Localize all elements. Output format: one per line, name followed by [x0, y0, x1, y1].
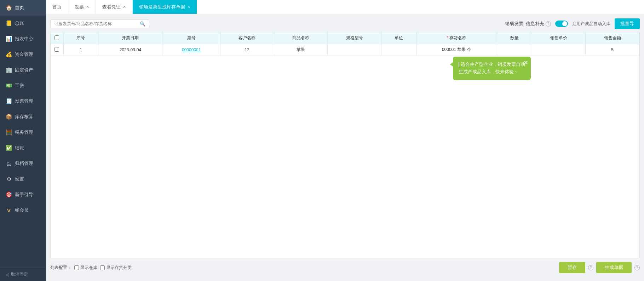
tooltip-cursor	[459, 62, 459, 67]
header-customer: 客户名称	[220, 32, 274, 44]
sidebar-item-inventory[interactable]: 📦 库存核算	[0, 109, 46, 125]
settings-icon: ⚙	[6, 176, 12, 182]
toggle-label: 启用产成品自动入库	[572, 21, 610, 27]
row-unit	[381, 44, 416, 56]
row-price	[532, 44, 586, 56]
info-icon[interactable]: ?	[546, 21, 551, 27]
assets-icon: 🏢	[6, 67, 12, 73]
sidebar-item-closing[interactable]: ✅ 结账	[0, 140, 46, 156]
sidebar: 🏠 首页 📒 总账 📊 报表中心 💰 资金管理 🏢 固定资产 💵 工资 🧾 发票…	[0, 0, 46, 281]
sidebar-item-ledger[interactable]: 📒 总账	[0, 16, 46, 31]
header-spec: 规格型号	[328, 32, 381, 44]
vip-icon: V	[6, 207, 12, 213]
header-checkbox[interactable]	[54, 35, 59, 40]
list-config-label: 列表配置：	[50, 265, 71, 271]
sidebar-item-tax[interactable]: 🧮 税务管理	[0, 125, 46, 140]
header-product: 商品名称	[274, 32, 328, 44]
row-ticket-no[interactable]: 00000001	[162, 44, 220, 56]
search-icon: 🔍	[140, 21, 145, 27]
data-table: 序号 开票日期 票号 客户名称 商品名称 规格型号 单位 * 存货名称 数量 销…	[51, 32, 639, 56]
show-category-label[interactable]: 显示存货分类	[100, 265, 132, 271]
ledger-icon: 📒	[6, 20, 12, 27]
show-category-checkbox[interactable]	[100, 265, 105, 270]
header-checkbox-cell	[51, 32, 63, 44]
table-header: 序号 开票日期 票号 客户名称 商品名称 规格型号 单位 * 存货名称 数量 销…	[51, 32, 639, 44]
sidebar-item-home[interactable]: 🏠 首页	[0, 0, 46, 16]
show-warehouse-label[interactable]: 显示仓库	[74, 265, 97, 271]
row-amount: 5	[586, 44, 639, 56]
list-config: 列表配置： 显示仓库 显示存货分类	[50, 265, 132, 271]
header-index: 序号	[63, 32, 98, 44]
header-ticket-no: 票号	[162, 32, 220, 44]
row-quantity	[497, 44, 532, 56]
table-body: 1 2023-03-04 00000001 12 苹果 000001 苹果 个 …	[51, 44, 639, 56]
tooltip-close-icon[interactable]: ✕	[524, 59, 528, 67]
closing-icon: ✅	[6, 145, 12, 151]
pin-icon: ◁	[6, 272, 9, 277]
reports-icon: 📊	[6, 36, 12, 42]
top-right: 销项发票_信息补充 ? 启用产成品自动入库 批量导	[505, 18, 640, 29]
batch-button[interactable]: 批量导	[615, 18, 640, 29]
tooltip-box: ✕ 适合生产型企业，销项发票自动生成产成品入库，快来体验～	[453, 57, 531, 80]
bottom-actions: 暂存 ? 生成单据 ?	[559, 262, 640, 273]
inventory-icon: 📦	[6, 114, 12, 120]
sidebar-bottom-unpin[interactable]: ◁ 取消固定	[0, 268, 46, 281]
guide-icon: 🎯	[6, 191, 12, 198]
header-unit: 单位	[381, 32, 416, 44]
row-index: 1	[63, 44, 98, 56]
payroll-icon: 💵	[6, 82, 12, 89]
sidebar-item-settings[interactable]: ⚙ 设置	[0, 171, 46, 187]
table-container: 序号 开票日期 票号 客户名称 商品名称 规格型号 单位 * 存货名称 数量 销…	[50, 32, 640, 258]
sidebar-item-payroll[interactable]: 💵 工资	[0, 78, 46, 93]
funds-icon: 💰	[6, 51, 12, 58]
sidebar-item-funds[interactable]: 💰 资金管理	[0, 47, 46, 62]
tab-sales-invoice-close-icon[interactable]: ✕	[187, 5, 190, 9]
archive-icon: 🗂	[6, 161, 12, 167]
top-bar: 🔍 销项发票_信息补充 ? 启用产成品自动入库 批量导	[50, 18, 640, 29]
search-input[interactable]	[54, 21, 138, 26]
generate-button[interactable]: 生成单据	[596, 262, 632, 273]
tab-bar: 首页 发票 ✕ 查看凭证 ✕ 销项发票生成库存单据 ✕	[46, 0, 644, 14]
main-area: 首页 发票 ✕ 查看凭证 ✕ 销项发票生成库存单据 ✕ 🔍 销项发票_信息补充	[46, 0, 644, 281]
generate-info-icon[interactable]: ?	[634, 265, 640, 270]
info-label: 销项发票_信息补充 ?	[505, 21, 551, 27]
save-info-icon[interactable]: ?	[588, 265, 593, 270]
sidebar-item-vip[interactable]: V 畅会员	[0, 202, 46, 218]
header-inventory: * 存货名称	[416, 32, 497, 44]
sidebar-item-archive[interactable]: 🗂 归档管理	[0, 156, 46, 171]
tab-voucher[interactable]: 查看凭证 ✕	[96, 0, 133, 14]
tab-sales-invoice[interactable]: 销项发票生成库存单据 ✕	[133, 0, 197, 14]
invoice-icon: 🧾	[6, 98, 12, 104]
home-icon: 🏠	[6, 5, 12, 11]
search-box[interactable]: 🔍	[50, 19, 149, 28]
sidebar-item-assets[interactable]: 🏢 固定资产	[0, 62, 46, 78]
sidebar-item-reports[interactable]: 📊 报表中心	[0, 31, 46, 47]
page-content: 🔍 销项发票_信息补充 ? 启用产成品自动入库 批量导	[46, 14, 644, 281]
sidebar-item-guide[interactable]: 🎯 新手引导	[0, 187, 46, 202]
tab-invoice-close-icon[interactable]: ✕	[86, 5, 89, 9]
bottom-bar: 列表配置： 显示仓库 显示存货分类 暂存 ? 生成单据 ?	[50, 258, 640, 277]
tab-invoice[interactable]: 发票 ✕	[68, 0, 96, 14]
save-button[interactable]: 暂存	[559, 262, 585, 273]
header-amount: 销售金额	[586, 32, 639, 44]
show-warehouse-checkbox[interactable]	[74, 265, 79, 270]
row-product: 苹果	[274, 44, 328, 56]
header-price: 销售单价	[532, 32, 586, 44]
sidebar-item-invoice[interactable]: 🧾 发票管理	[0, 93, 46, 109]
row-spec	[328, 44, 381, 56]
tab-home[interactable]: 首页	[46, 0, 68, 14]
row-checkbox[interactable]	[54, 47, 59, 52]
header-date: 开票日期	[98, 32, 162, 44]
row-inventory: 000001 苹果 个	[416, 44, 497, 56]
table-row: 1 2023-03-04 00000001 12 苹果 000001 苹果 个 …	[51, 44, 639, 56]
header-quantity: 数量	[497, 32, 532, 44]
row-checkbox-cell	[51, 44, 63, 56]
row-date: 2023-03-04	[98, 44, 162, 56]
tooltip-text: 适合生产型企业，销项发票自动生成产成品入库，快来体验～	[459, 62, 525, 74]
tax-icon: 🧮	[6, 129, 12, 136]
row-customer: 12	[220, 44, 274, 56]
tab-voucher-close-icon[interactable]: ✕	[123, 5, 126, 9]
auto-warehouse-toggle[interactable]	[555, 21, 568, 27]
